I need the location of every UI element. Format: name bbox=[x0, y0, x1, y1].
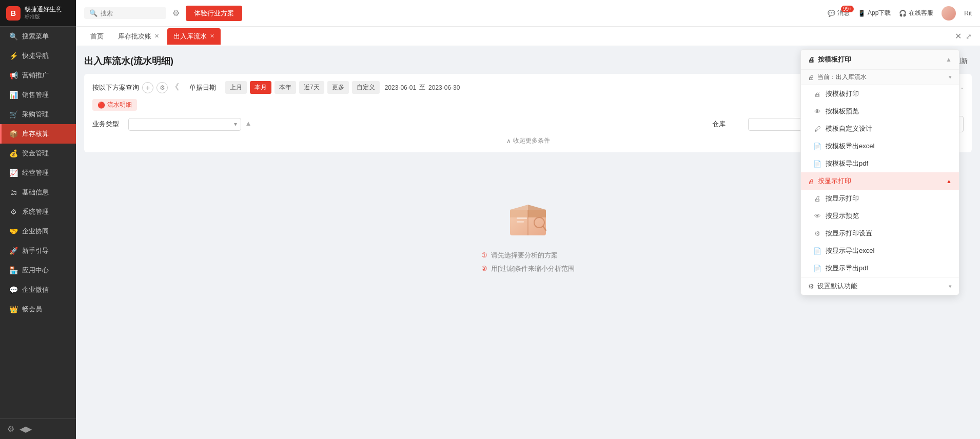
sidebar-item-system[interactable]: ⚙ 系统管理 bbox=[0, 202, 76, 222]
dropdown-item-template-print[interactable]: 🖨 按模板打印 bbox=[801, 85, 959, 103]
tab-home[interactable]: 首页 bbox=[84, 28, 110, 45]
sidebar-item-member[interactable]: 👑 畅会员 bbox=[0, 300, 76, 319]
search-icon: 🔍 bbox=[9, 32, 18, 41]
dropdown-footer-title: ⚙ 设置默认功能 bbox=[808, 282, 857, 291]
logo-name: 畅捷通好生意 bbox=[25, 6, 62, 14]
operations-icon: 📈 bbox=[9, 168, 18, 177]
empty-tip: ① 请先选择要分析的方案 ② 用[过滤]条件来缩小分析范围 bbox=[481, 249, 575, 275]
dropdown-item-display-print[interactable]: 🖨 按显示打印 bbox=[801, 190, 959, 207]
filter-collapse-button[interactable]: 《 bbox=[171, 82, 179, 93]
tab-close-all-icon[interactable]: ✕ bbox=[955, 31, 962, 41]
dropdown-item-display-settings[interactable]: ⚙ 按显示打印设置 bbox=[801, 225, 959, 242]
sidebar-item-wechat[interactable]: 💬 企业微信 bbox=[0, 280, 76, 300]
dropdown-header-title: 🖨 按模板打印 bbox=[808, 55, 851, 64]
tabs-right-actions: ✕ ⤢ bbox=[955, 31, 972, 41]
dropdown-sub-arrow-icon[interactable]: ▾ bbox=[949, 74, 952, 81]
tab-expand-icon[interactable]: ⤢ bbox=[966, 32, 972, 41]
template-pdf-label: 按模板导出pdf bbox=[826, 159, 868, 168]
tabs-bar: 首页 库存批次账 ✕ 出入库流水 ✕ ✕ ⤢ bbox=[76, 27, 980, 46]
add-filter-button[interactable]: + bbox=[142, 82, 153, 93]
date-btn-more[interactable]: 更多 bbox=[327, 81, 349, 94]
trial-button[interactable]: 体验行业方案 bbox=[186, 6, 242, 21]
sidebar-item-collab[interactable]: 🤝 企业协同 bbox=[0, 222, 76, 241]
biz-type-arrow-icon[interactable]: ▾ bbox=[246, 119, 250, 129]
tab-batch-account-close-icon[interactable]: ✕ bbox=[154, 33, 159, 39]
display-pdf-icon: 📄 bbox=[813, 264, 821, 272]
template-preview-icon: 👁 bbox=[813, 107, 821, 115]
collapse-more-button[interactable]: ∧ 收起更多条件 bbox=[506, 136, 550, 145]
search-input[interactable] bbox=[101, 10, 152, 17]
svg-rect-4 bbox=[517, 217, 527, 219]
date-filter-group: 单据日期 上月 本月 本年 近7天 更多 自定义 2023-06-01 至 20… bbox=[189, 81, 460, 94]
sidebar-item-guide[interactable]: 🚀 新手引导 bbox=[0, 241, 76, 261]
dropdown-footer[interactable]: ⚙ 设置默认功能 ▾ bbox=[801, 277, 959, 295]
date-range-group: 上月 本月 本年 近7天 更多 自定义 bbox=[225, 81, 380, 94]
date-to-label: 2023-06-30 bbox=[428, 84, 460, 91]
display-preview-icon: 👁 bbox=[813, 212, 821, 220]
date-btn-this-year[interactable]: 本年 bbox=[275, 81, 296, 94]
purchase-icon: 🛒 bbox=[9, 110, 18, 119]
message-badge: 99+ bbox=[841, 6, 854, 12]
sidebar-item-finance[interactable]: 💰 资金管理 bbox=[0, 144, 76, 163]
tag-filter-item[interactable]: 🔴 流水明细 bbox=[92, 99, 137, 111]
display-preview-label: 按显示预览 bbox=[826, 211, 859, 221]
template-custom-label: 模板自定义设计 bbox=[826, 124, 872, 133]
dropdown-item-template-excel[interactable]: 📄 按模板导出excel bbox=[801, 137, 959, 155]
filter-label-date: 单据日期 bbox=[189, 83, 220, 92]
topbar-gear-icon[interactable]: ⚙ bbox=[172, 8, 180, 18]
date-input-group: 2023-06-01 至 2023-06-30 bbox=[385, 83, 460, 92]
tag-filter-label: 流水明细 bbox=[107, 101, 132, 109]
sidebar-item-basics[interactable]: 🗂 基础信息 bbox=[0, 183, 76, 202]
quick-nav-icon: ⚡ bbox=[9, 51, 18, 61]
sidebar-item-operations[interactable]: 📈 经营管理 bbox=[0, 163, 76, 183]
dropdown-item-template-preview[interactable]: 👁 按模板预览 bbox=[801, 103, 959, 120]
dropdown-item-template-pdf[interactable]: 📄 按模板导出pdf bbox=[801, 155, 959, 172]
service-label: 在线客服 bbox=[909, 9, 933, 17]
dropdown-section-arrow-icon[interactable]: ▲ bbox=[946, 178, 952, 184]
dropdown-footer-label: 设置默认功能 bbox=[817, 282, 857, 291]
template-custom-icon: 🖊 bbox=[813, 125, 821, 133]
template-print-icon: 🖨 bbox=[813, 90, 821, 98]
sidebar-item-sales[interactable]: 📊 销售管理 bbox=[0, 85, 76, 105]
message-button[interactable]: 💬 消息 99+ bbox=[828, 9, 850, 17]
tab-batch-account[interactable]: 库存批次账 ✕ bbox=[112, 28, 165, 45]
dropdown-item-display-preview[interactable]: 👁 按显示预览 bbox=[801, 207, 959, 225]
date-btn-custom[interactable]: 自定义 bbox=[352, 81, 380, 94]
sidebar-collapse-icon[interactable]: ◀▶ bbox=[19, 424, 32, 434]
filter-settings-button[interactable]: ⚙ bbox=[156, 82, 168, 93]
tab-flow[interactable]: 出入库流水 ✕ bbox=[167, 28, 221, 45]
tab-flow-close-icon[interactable]: ✕ bbox=[210, 33, 214, 39]
sidebar-item-app-center[interactable]: 🏪 应用中心 bbox=[0, 261, 76, 280]
tab-batch-account-label: 库存批次账 bbox=[118, 32, 151, 41]
dropdown-item-template-custom[interactable]: 🖊 模板自定义设计 bbox=[801, 120, 959, 137]
avatar[interactable] bbox=[942, 6, 956, 21]
sidebar-item-inventory[interactable]: 📦 库存核算 bbox=[0, 124, 76, 144]
date-btn-this-month[interactable]: 本月 bbox=[250, 81, 271, 94]
svg-marker-1 bbox=[510, 205, 528, 217]
sidebar-item-search[interactable]: 🔍 搜索菜单 bbox=[0, 27, 76, 46]
empty-tip-1: ① 请先选择要分析的方案 bbox=[481, 249, 575, 262]
display-excel-icon: 📄 bbox=[813, 247, 821, 255]
topbar-search-box[interactable]: 🔍 bbox=[84, 7, 166, 19]
sidebar-logo: B 畅捷通好生意 标准版 bbox=[0, 0, 76, 27]
online-service-button[interactable]: 🎧 在线客服 bbox=[899, 9, 933, 17]
display-excel-label: 按显示导出excel bbox=[826, 246, 874, 255]
dropdown-section-title: 🖨 按显示打印 bbox=[808, 176, 851, 186]
app-download-button[interactable]: 📱 App下载 bbox=[858, 9, 891, 17]
dropdown-header-arrow-icon[interactable]: ▲ bbox=[946, 56, 952, 63]
dropdown-subheader: 🖨 当前：出入库流水 ▾ bbox=[801, 70, 959, 85]
sidebar-item-purchase[interactable]: 🛒 采购管理 bbox=[0, 105, 76, 124]
dropdown-section-display[interactable]: 🖨 按显示打印 ▲ bbox=[801, 172, 959, 190]
tab-home-label: 首页 bbox=[90, 32, 104, 41]
sidebar-item-quick-nav[interactable]: ⚡ 快捷导航 bbox=[0, 46, 76, 66]
dropdown-item-display-excel[interactable]: 📄 按显示导出excel bbox=[801, 242, 959, 260]
template-excel-icon: 📄 bbox=[813, 142, 821, 150]
dropdown-item-display-pdf[interactable]: 📄 按显示导出pdf bbox=[801, 260, 959, 277]
sidebar-settings-icon[interactable]: ⚙ bbox=[7, 424, 14, 434]
dropdown-section-label: 按显示打印 bbox=[818, 176, 851, 186]
date-btn-prev-month[interactable]: 上月 bbox=[225, 81, 247, 94]
sidebar-item-marketing[interactable]: 📢 营销推广 bbox=[0, 66, 76, 85]
message-icon: 💬 bbox=[828, 10, 835, 17]
biz-type-select[interactable] bbox=[128, 118, 241, 131]
date-btn-recent7[interactable]: 近7天 bbox=[299, 81, 324, 94]
